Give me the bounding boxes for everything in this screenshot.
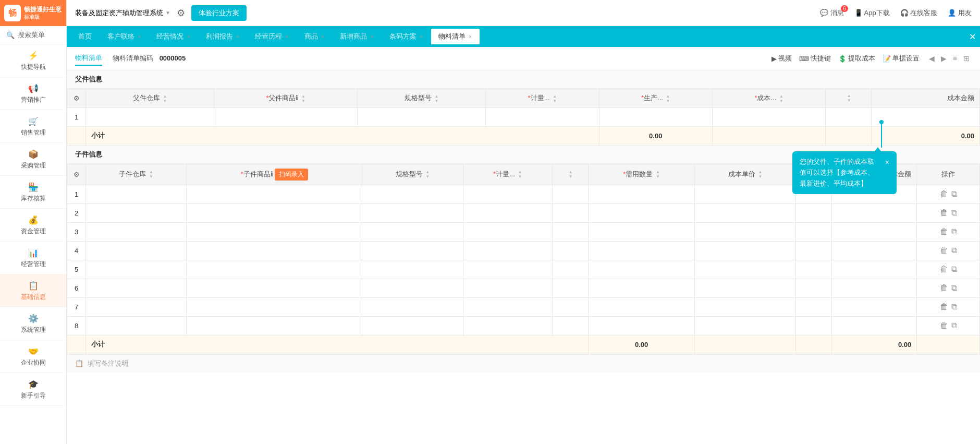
child-row4-unit-cost[interactable]: [695, 241, 795, 260]
copy-icon-row4[interactable]: ⧉: [951, 246, 957, 255]
child-row2-qty[interactable]: [588, 203, 695, 222]
child-row6-qty[interactable]: [588, 279, 695, 297]
child-row7-qty[interactable]: [588, 297, 695, 316]
child-row2-unit-cost[interactable]: [695, 203, 795, 222]
child-row8-qty[interactable]: [588, 316, 695, 335]
copy-icon-row7[interactable]: ⧉: [951, 302, 957, 311]
sidebar-item-operations[interactable]: 📊 经营管理: [0, 242, 66, 274]
child-row6-warehouse[interactable]: [86, 279, 187, 297]
child-row2-unit[interactable]: [463, 203, 552, 222]
tab-barcode[interactable]: 条码方案 ×: [382, 29, 430, 44]
child-row1-unit[interactable]: [463, 185, 552, 203]
child-row6-unit-cost[interactable]: [695, 279, 795, 297]
child-row3-goods[interactable]: [187, 222, 362, 241]
tab-close-history[interactable]: ×: [285, 33, 288, 40]
single-settings-button[interactable]: 📝 单据设置: [883, 54, 920, 63]
tab-close-barcode[interactable]: ×: [420, 33, 423, 40]
tab-home[interactable]: 首页: [71, 29, 99, 44]
child-row1-unit-cost[interactable]: [695, 185, 795, 203]
nav-list-icon[interactable]: ≡: [951, 53, 959, 64]
scan-button[interactable]: 扫码录入: [275, 169, 308, 181]
tab-goods[interactable]: 商品 ×: [297, 29, 332, 44]
child-row8-unit-cost[interactable]: [695, 316, 795, 335]
settings-icon[interactable]: ⚙: [177, 7, 185, 19]
child-row7-warehouse[interactable]: [86, 297, 187, 316]
copy-icon-row5[interactable]: ⧉: [951, 265, 957, 274]
tab-profit[interactable]: 利润报告 ×: [199, 29, 247, 44]
nav-prev-icon[interactable]: ◀: [927, 53, 937, 64]
video-button[interactable]: ▶ 视频: [771, 54, 792, 63]
delete-icon-row5[interactable]: 🗑: [940, 265, 948, 274]
nav-expand-icon[interactable]: ⊞: [961, 53, 972, 64]
tab-history[interactable]: 经营历程 ×: [248, 29, 296, 44]
tab-close-goods[interactable]: ×: [321, 33, 324, 40]
trial-button[interactable]: 体验行业方案: [191, 5, 247, 21]
child-row6-unit[interactable]: [463, 279, 552, 297]
copy-icon-row1[interactable]: ⧉: [951, 189, 957, 199]
delete-icon-row2[interactable]: 🗑: [940, 208, 948, 218]
tab-close-customers[interactable]: ×: [138, 33, 141, 40]
child-row4-goods[interactable]: [187, 241, 362, 260]
parent-row1-unit[interactable]: [486, 107, 599, 126]
child-row1-qty[interactable]: [588, 185, 695, 203]
sidebar-item-sales[interactable]: 🛒 销售管理: [0, 110, 66, 143]
shortcuts-button[interactable]: ⌨ 快捷键: [799, 54, 831, 63]
child-row8-spec[interactable]: [362, 316, 463, 335]
online-service-button[interactable]: 🎧 在线客服: [900, 8, 938, 18]
child-row7-unit[interactable]: [463, 297, 552, 316]
child-row1-spec[interactable]: [362, 185, 463, 203]
child-row4-spec[interactable]: [362, 241, 463, 260]
child-row3-warehouse[interactable]: [86, 222, 187, 241]
child-row7-goods[interactable]: [187, 297, 362, 316]
sidebar-search[interactable]: 🔍 搜索菜单: [0, 26, 66, 44]
tab-bar-close-icon[interactable]: ✕: [969, 32, 976, 42]
child-row5-goods[interactable]: [187, 260, 362, 279]
tab-close-new-goods[interactable]: ×: [370, 33, 373, 40]
sub-tab-bom-list[interactable]: 物料清单: [75, 51, 102, 66]
sidebar-item-enterprise[interactable]: 🤝 企业协同: [0, 340, 66, 373]
child-row3-unit-cost[interactable]: [695, 222, 795, 241]
tab-new-goods[interactable]: 新增商品 ×: [333, 29, 381, 44]
child-row7-unit-cost[interactable]: [695, 297, 795, 316]
child-row5-spec[interactable]: [362, 260, 463, 279]
sidebar-item-purchase[interactable]: 📦 采购管理: [0, 143, 66, 176]
user-menu[interactable]: 👤 用友: [948, 8, 972, 18]
parent-row1-spec[interactable]: [357, 107, 485, 126]
sidebar-item-marketing[interactable]: 📢 营销推广: [0, 77, 66, 110]
child-row1-goods[interactable]: [187, 185, 362, 203]
nav-next-icon[interactable]: ▶: [939, 53, 949, 64]
message-button[interactable]: 💬 6 消息: [820, 8, 844, 18]
child-row8-unit[interactable]: [463, 316, 552, 335]
parent-row1-goods[interactable]: [214, 107, 358, 126]
tooltip-close-icon[interactable]: ×: [885, 157, 889, 168]
child-row3-unit[interactable]: [463, 222, 552, 241]
child-row3-qty[interactable]: [588, 222, 695, 241]
child-row8-goods[interactable]: [187, 316, 362, 335]
sub-tab-bom-code[interactable]: 物料清单编码 0000005: [113, 52, 186, 65]
note-hint[interactable]: 填写备注说明: [88, 359, 128, 368]
child-row7-spec[interactable]: [362, 297, 463, 316]
child-row8-warehouse[interactable]: [86, 316, 187, 335]
child-row5-unit[interactable]: [463, 260, 552, 279]
cost-button[interactable]: 💲 提取成本: [838, 54, 875, 63]
tab-close-profit[interactable]: ×: [236, 33, 239, 40]
child-row3-spec[interactable]: [362, 222, 463, 241]
copy-icon-row8[interactable]: ⧉: [951, 321, 957, 330]
child-row1-warehouse[interactable]: [86, 185, 187, 203]
child-row4-unit[interactable]: [463, 241, 552, 260]
copy-icon-row2[interactable]: ⧉: [951, 208, 957, 218]
child-row2-warehouse[interactable]: [86, 203, 187, 222]
delete-icon-row7[interactable]: 🗑: [940, 302, 948, 311]
tab-close-bom[interactable]: ×: [469, 33, 472, 40]
delete-icon-row8[interactable]: 🗑: [940, 321, 948, 330]
child-row5-unit-cost[interactable]: [695, 260, 795, 279]
app-download-button[interactable]: 📱 App下载: [854, 8, 890, 18]
copy-icon-row6[interactable]: ⧉: [951, 283, 957, 293]
child-row2-goods[interactable]: [187, 203, 362, 222]
parent-row1-cost[interactable]: [712, 107, 825, 126]
delete-icon-row4[interactable]: 🗑: [940, 246, 948, 255]
sidebar-item-inventory[interactable]: 🏪 库存核算: [0, 176, 66, 209]
child-row6-spec[interactable]: [362, 279, 463, 297]
child-row2-spec[interactable]: [362, 203, 463, 222]
delete-icon-row3[interactable]: 🗑: [940, 227, 948, 236]
